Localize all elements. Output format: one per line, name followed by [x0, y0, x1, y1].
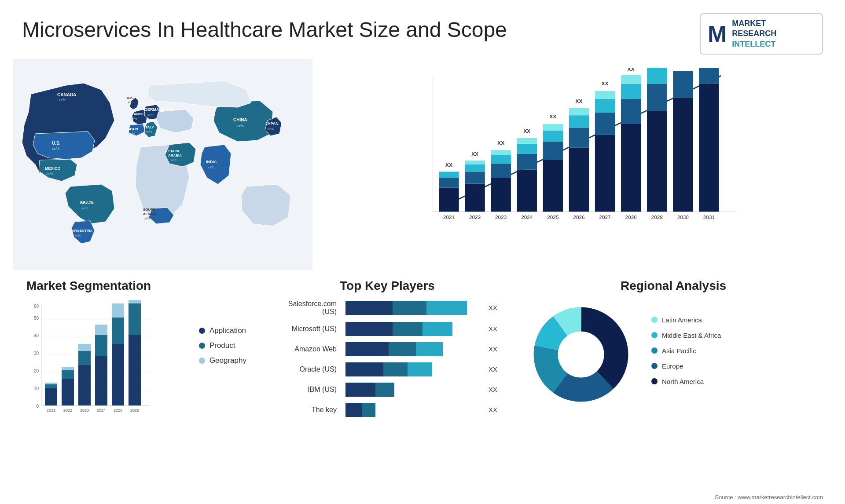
seg-legend: Application Product Geography	[199, 300, 246, 371]
svg-rect-47	[491, 178, 511, 212]
svg-text:2025: 2025	[547, 214, 559, 220]
bar-seg3	[408, 362, 432, 376]
logo-line1: MARKET	[732, 18, 776, 29]
svg-rect-72	[595, 113, 615, 135]
growth-chart-area: XX 2021 XX 2022 XX 2023	[321, 59, 832, 270]
legend-mea: Middle East & Africa	[651, 332, 823, 339]
svg-rect-115	[62, 370, 74, 379]
svg-text:ARABIA: ARABIA	[168, 153, 182, 157]
player-value-thekey: XX	[489, 403, 502, 417]
svg-rect-49	[491, 155, 511, 164]
svg-rect-112	[45, 383, 57, 384]
svg-rect-110	[45, 388, 57, 405]
svg-text:SAUDI: SAUDI	[168, 149, 179, 153]
page-title: Microservices In Healthcare Market Size …	[22, 18, 507, 42]
svg-rect-118	[78, 365, 91, 405]
bar-seg2	[393, 322, 422, 336]
svg-rect-53	[517, 170, 537, 212]
svg-text:GERMANY: GERMANY	[144, 107, 165, 112]
svg-text:ARGENTINA: ARGENTINA	[72, 229, 93, 233]
svg-text:2026: 2026	[573, 214, 585, 220]
player-bar-microsoft	[345, 322, 481, 336]
svg-rect-65	[569, 148, 589, 212]
bar-seg1	[345, 403, 362, 417]
canada-label: CANADA	[57, 92, 76, 97]
svg-rect-116	[62, 367, 74, 370]
svg-text:AFRICA: AFRICA	[143, 212, 156, 216]
logo-text: MARKET RESEARCH INTELLECT	[732, 18, 776, 49]
svg-text:XX: XX	[445, 162, 452, 168]
svg-text:2028: 2028	[625, 214, 637, 220]
player-bar-salesforce	[345, 301, 481, 315]
svg-rect-93	[699, 68, 719, 84]
svg-text:40: 40	[34, 333, 39, 338]
svg-rect-130	[129, 335, 141, 405]
svg-text:xx%: xx%	[146, 130, 152, 133]
svg-rect-124	[95, 325, 107, 335]
player-name-ibm: IBM (US)	[273, 386, 341, 394]
bar-seg2	[375, 383, 394, 397]
seg-chart-svg: 0 10 20 30 40 50 60	[26, 300, 150, 432]
svg-rect-71	[595, 135, 615, 212]
legend-latin-america: Latin America	[651, 316, 823, 324]
player-row-salesforce: Salesforce.com (US) XX	[273, 300, 502, 316]
reg-dot-latin	[651, 317, 658, 323]
bar-seg2	[383, 362, 408, 376]
svg-rect-127	[112, 318, 124, 344]
bar-seg1	[345, 301, 393, 315]
svg-text:50: 50	[34, 316, 39, 321]
player-bar-inner	[345, 362, 481, 376]
bar-seg3	[416, 342, 443, 356]
player-bar-inner	[345, 403, 481, 417]
svg-text:2021: 2021	[47, 408, 55, 413]
svg-text:20: 20	[34, 369, 39, 373]
svg-text:ITALY: ITALY	[144, 125, 154, 129]
legend-dot-product	[199, 343, 205, 349]
svg-text:2021: 2021	[443, 214, 455, 220]
legend-dot-application	[199, 328, 205, 334]
svg-rect-41	[465, 184, 485, 212]
svg-rect-68	[569, 108, 589, 115]
svg-text:2024: 2024	[97, 408, 106, 413]
logo-line2: RESEARCH	[732, 29, 776, 39]
svg-text:INDIA: INDIA	[206, 160, 217, 164]
svg-rect-92	[699, 84, 719, 212]
player-bar-inner	[345, 383, 481, 397]
player-bar-ibm	[345, 383, 481, 397]
reg-dot-na	[651, 378, 658, 384]
svg-text:XX: XX	[471, 151, 478, 157]
bar-seg1	[345, 322, 393, 336]
top-section: CANADA xx% U.S. xx% MEXICO xx% BRAZIL xx…	[13, 59, 832, 270]
main-content: CANADA xx% U.S. xx% MEXICO xx% BRAZIL xx…	[0, 59, 845, 504]
legend-europe: Europe	[651, 362, 823, 370]
svg-text:xx%: xx%	[75, 234, 81, 237]
svg-text:XX: XX	[523, 128, 530, 134]
svg-rect-54	[517, 154, 537, 170]
svg-rect-55	[517, 144, 537, 154]
svg-rect-126	[112, 344, 124, 405]
svg-rect-48	[491, 164, 511, 178]
svg-text:SPAIN: SPAIN	[128, 127, 138, 131]
player-row-microsoft: Microsoft (US) XX	[273, 322, 502, 336]
svg-text:MEXICO: MEXICO	[45, 166, 61, 171]
svg-rect-83	[647, 111, 667, 212]
svg-rect-120	[78, 344, 91, 351]
logo-box: M MARKET RESEARCH INTELLECT	[700, 13, 823, 55]
svg-text:2022: 2022	[469, 214, 481, 220]
seg-chart-wrapper: 0 10 20 30 40 50 60	[26, 300, 246, 434]
svg-text:xx%: xx%	[236, 124, 244, 128]
bar-seg2	[389, 342, 415, 356]
legend-north-america: North America	[651, 378, 823, 385]
bar-seg2	[362, 403, 375, 417]
regional-legend: Latin America Middle East & Africa Asia …	[651, 316, 823, 393]
svg-text:2031: 2031	[703, 214, 715, 220]
svg-text:xx%: xx%	[128, 101, 133, 104]
reg-label-mea: Middle East & Africa	[662, 332, 721, 339]
svg-text:XX: XX	[549, 114, 556, 120]
svg-rect-131	[129, 303, 141, 335]
svg-rect-132	[129, 300, 141, 303]
reg-label-latin: Latin America	[662, 316, 702, 324]
player-bar-thekey	[345, 403, 481, 417]
players-title: Top Key Players	[273, 279, 502, 293]
svg-rect-84	[647, 84, 667, 111]
